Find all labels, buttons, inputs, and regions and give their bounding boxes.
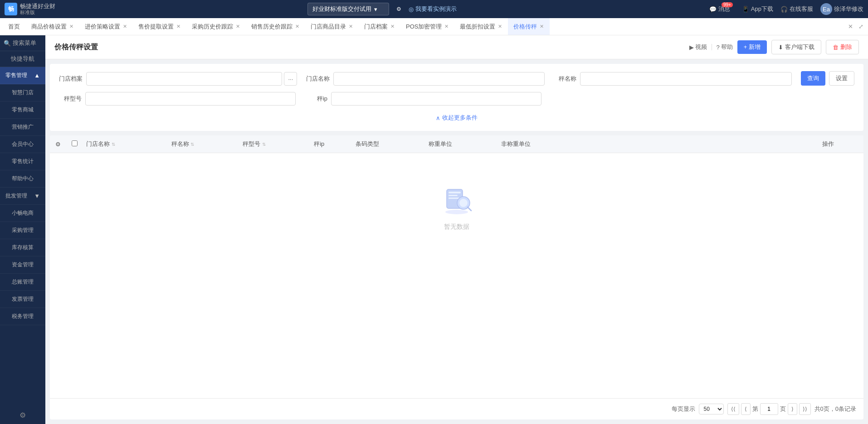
th-scale-model[interactable]: 秤型号 ⇅ <box>239 135 310 153</box>
svg-rect-2 <box>449 192 461 193</box>
sidebar-item-retail-mall[interactable]: 零售商城 <box>0 101 45 119</box>
user-avatar: Ea <box>820 3 832 15</box>
download-client-button[interactable]: ⬇ 客户端下载 <box>771 40 821 54</box>
version-selector[interactable]: 好业财标准版交付试用 ▾ <box>307 3 389 15</box>
tab-price-extract[interactable]: 售价提取设置 ✕ <box>133 18 186 35</box>
sidebar-item-purchase[interactable]: 采购管理 <box>0 222 45 239</box>
th-non-weight-unit: 非称重单位 <box>497 135 819 153</box>
user-action[interactable]: Ea 徐泽华修改 <box>820 3 863 15</box>
sidebar-item-tax[interactable]: 税务管理 <box>0 308 45 325</box>
tab-sales-history[interactable]: 销售历史价跟踪 ✕ <box>246 18 305 35</box>
chevron-down-icon: ▼ <box>34 193 40 199</box>
sidebar-item-smart-store[interactable]: 智慧门店 <box>0 84 45 101</box>
tab-close-price-extract[interactable]: ✕ <box>176 24 180 29</box>
tab-close-purchase-history[interactable]: ✕ <box>236 24 240 29</box>
query-button[interactable]: 查询 <box>801 71 825 86</box>
add-button[interactable]: + 新增 <box>737 40 767 54</box>
app-logo-icon: 畅 <box>5 3 17 15</box>
tab-store-catalog[interactable]: 门店商品目录 ✕ <box>305 18 359 35</box>
sidebar-item-ecommerce[interactable]: 小畅电商 <box>0 205 45 222</box>
store-name-input[interactable] <box>333 72 544 86</box>
svg-point-0 <box>445 210 468 214</box>
sidebar-item-wholesale[interactable]: 批发管理 ▼ <box>0 188 45 205</box>
pagination: 每页显示 10 20 50 100 ⟨⟨ ⟨ 第 页 ⟩ ⟩⟩ 共0页，0条记录 <box>50 398 863 419</box>
select-all-checkbox[interactable] <box>72 140 78 146</box>
sort-icon-scale-name: ⇅ <box>190 142 194 147</box>
th-barcode-type: 条码类型 <box>352 135 424 153</box>
tab-store-file[interactable]: 门店档案 ✕ <box>359 18 400 35</box>
tab-pos-encrypt[interactable]: POS加密管理 ✕ <box>400 18 454 35</box>
svg-point-6 <box>459 199 468 207</box>
scale-model-input[interactable] <box>85 92 296 106</box>
app-download-action[interactable]: 📱 App下载 <box>742 5 773 13</box>
th-checkbox[interactable] <box>66 135 83 153</box>
help-icon: ? <box>717 44 720 51</box>
demo-link[interactable]: ◎ 我要看实例演示 <box>409 5 457 13</box>
scale-ip-input[interactable] <box>331 92 541 106</box>
tab-close-store-catalog[interactable]: ✕ <box>349 24 353 29</box>
form-item-store-name: 门店名称 <box>306 72 544 86</box>
store-file-input[interactable] <box>86 72 282 86</box>
table-header-row: ⚙ 门店名称 ⇅ 秤名称 ⇅ <box>50 135 863 153</box>
form-settings-button[interactable]: 设置 <box>829 71 854 86</box>
first-page-btn[interactable]: ⟨⟨ <box>727 403 739 415</box>
sidebar-item-help[interactable]: 帮助中心 <box>0 170 45 188</box>
tab-home[interactable]: 首页 <box>3 18 26 35</box>
sidebar-item-member[interactable]: 会员中心 <box>0 136 45 153</box>
prev-page-btn[interactable]: ⟨ <box>741 403 751 415</box>
sidebar-settings-icon[interactable]: ⚙ <box>20 411 26 419</box>
th-weight-unit: 称重单位 <box>425 135 497 153</box>
sidebar: 🔍 搜索菜单 快捷导航 零售管理 ▲ 智慧门店 零售商城 营销推广 会员中心 零… <box>0 35 45 424</box>
sidebar-item-finance[interactable]: 资金管理 <box>0 256 45 274</box>
sidebar-search[interactable]: 🔍 搜索菜单 <box>0 35 45 51</box>
tab-close-sales-history[interactable]: ✕ <box>295 24 299 29</box>
sidebar-item-retail-stats[interactable]: 零售统计 <box>0 153 45 170</box>
tab-close-store-file[interactable]: ✕ <box>390 24 395 29</box>
th-scale-ip: 秤ip <box>310 135 352 153</box>
divider1 <box>712 44 712 50</box>
tab-close-min-discount[interactable]: ✕ <box>498 24 502 29</box>
tab-price-scale[interactable]: 价格传秤 ✕ <box>508 18 550 35</box>
sidebar-item-retail-mgmt[interactable]: 零售管理 ▲ <box>0 67 45 84</box>
page-nav: ⟨⟨ ⟨ 第 页 ⟩ ⟩⟩ <box>727 403 811 415</box>
next-page-btn[interactable]: ⟩ <box>788 403 797 415</box>
store-file-label: 门店档案 <box>59 75 83 83</box>
tab-purchase-history[interactable]: 采购历史价跟踪 ✕ <box>186 18 246 35</box>
tab-purchase-strategy[interactable]: 进价策略设置 ✕ <box>79 18 133 35</box>
tab-close-purchase-strategy[interactable]: ✕ <box>123 24 127 29</box>
delete-button[interactable]: 🗑 删除 <box>826 40 859 54</box>
th-scale-name[interactable]: 秤名称 ⇅ <box>168 135 239 153</box>
store-name-label: 门店名称 <box>306 75 330 83</box>
th-settings[interactable]: ⚙ <box>50 135 66 153</box>
tab-close-price-scale[interactable]: ✕ <box>540 24 544 29</box>
tab-maximize-icon[interactable]: ⤢ <box>857 23 865 30</box>
settings-icon: ⚙ <box>55 141 61 148</box>
video-link[interactable]: ▶ 视频 <box>689 43 707 51</box>
settings-btn[interactable]: ⚙ <box>392 4 406 14</box>
collapse-icon: ∧ <box>436 115 440 121</box>
scale-name-input[interactable] <box>580 72 792 86</box>
collapse-button[interactable]: ∧ 收起更多条件 <box>436 114 478 122</box>
header-center: 好业财标准版交付试用 ▾ ⚙ ◎ 我要看实例演示 <box>307 3 457 15</box>
sidebar-quick-nav[interactable]: 快捷导航 <box>0 51 45 67</box>
form-item-scale-name: 秤名称 <box>554 72 792 86</box>
tab-close-all-icon[interactable]: ✕ <box>846 23 855 30</box>
store-file-dots-btn[interactable]: ··· <box>284 72 297 86</box>
sidebar-item-inventory[interactable]: 库存核算 <box>0 239 45 256</box>
tab-close-pos-encrypt[interactable]: ✕ <box>444 24 449 29</box>
download-icon: ⬇ <box>778 44 783 51</box>
th-store-name[interactable]: 门店名称 ⇅ <box>83 135 168 153</box>
online-service-action[interactable]: 🎧 在线客服 <box>780 5 813 13</box>
page-number-input[interactable] <box>760 403 778 415</box>
main-layout: 🔍 搜索菜单 快捷导航 零售管理 ▲ 智慧门店 零售商城 营销推广 会员中心 零… <box>0 35 868 424</box>
messages-action[interactable]: 💬 消息 99+ <box>709 5 730 13</box>
sidebar-item-general-ledger[interactable]: 总账管理 <box>0 274 45 291</box>
tab-min-discount[interactable]: 最低折扣设置 ✕ <box>454 18 508 35</box>
sidebar-item-marketing[interactable]: 营销推广 <box>0 119 45 136</box>
tab-close-commodity-price[interactable]: ✕ <box>69 24 73 29</box>
last-page-btn[interactable]: ⟩⟩ <box>799 403 811 415</box>
sidebar-item-invoice[interactable]: 发票管理 <box>0 291 45 308</box>
tab-commodity-price[interactable]: 商品价格设置 ✕ <box>26 18 79 35</box>
page-size-select[interactable]: 10 20 50 100 <box>699 404 724 414</box>
help-link[interactable]: ? 帮助 <box>717 43 733 51</box>
